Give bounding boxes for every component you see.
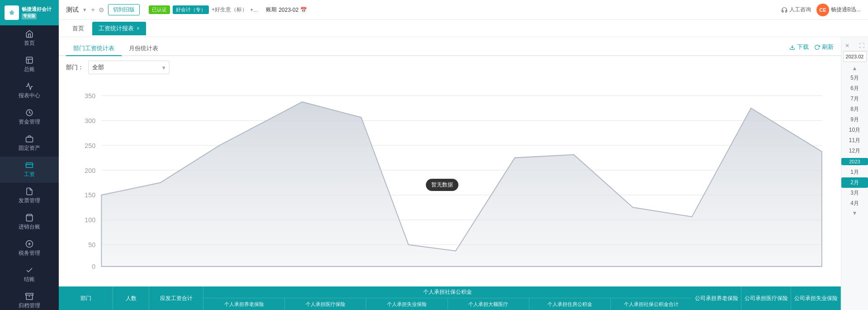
main-area: 测试 ▾ + ⚙ 切到旧版 已认证 好会计（专） +好生意（标） +... 账期… (59, 0, 868, 310)
col-people: 人数 (113, 286, 149, 310)
sidebar-item-ledger[interactable]: 总账 (0, 52, 59, 78)
month-11[interactable]: 11月 (841, 135, 868, 146)
avatar: CE (816, 4, 829, 16)
logo-text: 畅捷通好会计 专业版 (22, 6, 52, 19)
svg-text:200: 200 (85, 167, 95, 174)
svg-text:100: 100 (85, 216, 95, 224)
sub-tab-month[interactable]: 月份统计表 (122, 42, 165, 56)
add-icon[interactable]: + (91, 6, 95, 14)
dropdown-arrow-icon[interactable]: ▾ (83, 6, 86, 13)
sidebar-nav: 首页 总账 报表中心 资金管理 固定资产 工资 发票管理 进销台账 (0, 25, 59, 310)
panel-expand-icon[interactable]: ⛶ (859, 43, 864, 49)
sidebar-item-invoice[interactable]: 发票管理 (0, 183, 59, 209)
toolbar: 部门： 全部 ▾ (59, 56, 841, 79)
col-personal-total: 个人承担社保公积金合计 (611, 298, 692, 310)
month-10[interactable]: 10月 (841, 125, 868, 135)
sidebar-item-tax[interactable]: 税务管理 (0, 235, 59, 262)
col-total-salary: 应发工资合计 (149, 286, 203, 310)
topbar-badges: 已认证 好会计（专） +好生意（标） +... (149, 5, 258, 14)
month-12[interactable]: 12月 (841, 146, 868, 156)
col-personal-major-medical: 个人承担大额医疗 (448, 298, 529, 310)
group-header-personal: 个人承担社保公积金 (203, 286, 692, 298)
home-icon (25, 30, 33, 38)
tab-close-icon[interactable]: × (137, 25, 140, 32)
right-panel-top-controls: ✕ ⛶ (841, 41, 868, 51)
topbar: 测试 ▾ + ⚙ 切到旧版 已认证 好会计（专） +好生意（标） +... 账期… (59, 0, 868, 20)
verified-badge: 已认证 (149, 5, 170, 14)
nav-down-icon[interactable]: ▼ (851, 209, 859, 218)
month-5[interactable]: 5月 (841, 73, 868, 83)
username: 畅捷通B迅... (831, 6, 861, 14)
sub-tab-dept[interactable]: 部门工资统计表 (66, 42, 122, 56)
purchase-icon (25, 214, 33, 222)
col-dept: 部门 (59, 286, 113, 310)
table-header: 部门 人数 应发工资合计 个人承担社保公积金 个人承 (59, 286, 841, 310)
panel-close-icon[interactable]: ✕ (845, 43, 849, 49)
chevron-down-icon: ▾ (162, 64, 165, 71)
assistant-label: 人工咨询 (789, 6, 811, 14)
content-main: 部门工资统计表 月份统计表 下载 刷新 (59, 37, 841, 310)
month-6[interactable]: 6月 (841, 83, 868, 94)
svg-text:250: 250 (85, 142, 95, 149)
col-personal-pension: 个人承担养老保险 (203, 298, 285, 310)
headphone-icon (781, 7, 788, 13)
month-8[interactable]: 8月 (841, 104, 868, 114)
middle-section: 部门工资统计表 月份统计表 下载 刷新 (59, 37, 868, 310)
tab-home[interactable]: 首页 (66, 22, 90, 35)
user-menu[interactable]: CE 畅捷通B迅... (816, 4, 861, 16)
sidebar-item-checkout[interactable]: 结账 (0, 262, 59, 288)
refresh-button[interactable]: 刷新 (814, 43, 834, 51)
refresh-icon (814, 44, 820, 50)
accounting-badge: 好会计（专） (173, 5, 209, 14)
col-personal-housing-fund: 个人承担住房公积金 (529, 298, 611, 310)
svg-rect-5 (26, 163, 33, 168)
sidebar-item-purchase[interactable]: 进销台账 (0, 209, 59, 235)
content-wrapper: 部门工资统计表 月份统计表 下载 刷新 (59, 37, 868, 310)
period-value: 2023-02 (278, 7, 298, 13)
col-company-unemployment: 公司承担失业保险 (791, 286, 841, 310)
tabs-bar: 首页 工资统计报表 × (59, 20, 868, 37)
month-2-active[interactable]: 2月 (841, 177, 868, 188)
svg-rect-0 (26, 57, 33, 63)
logo-icon: 会 (5, 5, 19, 20)
calendar-icon[interactable]: 📅 (300, 7, 307, 13)
month-3[interactable]: 3月 (841, 188, 868, 198)
nav-up-icon[interactable]: ▲ (851, 64, 859, 73)
sidebar-item-archive[interactable]: 归档管理 (0, 288, 59, 310)
tab-salary-report[interactable]: 工资统计报表 × (92, 22, 146, 35)
year-badge: 2023 (841, 158, 868, 165)
sidebar-item-reports[interactable]: 报表中心 (0, 78, 59, 104)
svg-text:50: 50 (88, 241, 95, 248)
topbar-right: 人工咨询 CE 畅捷通B迅... (781, 4, 861, 16)
svg-text:0: 0 (92, 263, 95, 270)
checkout-icon (25, 266, 33, 274)
date-input[interactable] (843, 51, 867, 62)
download-button[interactable]: 下载 (789, 43, 809, 51)
settings-icon[interactable]: ⚙ (99, 6, 104, 14)
sidebar-item-home[interactable]: 首页 (0, 25, 59, 52)
svg-rect-4 (26, 137, 33, 142)
download-icon (789, 44, 795, 50)
switch-version-button[interactable]: 切到旧版 (108, 4, 140, 15)
svg-rect-11 (26, 293, 33, 295)
svg-text:300: 300 (85, 117, 95, 124)
month-9[interactable]: 9月 (841, 114, 868, 125)
month-7[interactable]: 7月 (841, 94, 868, 104)
topbar-actions: + ⚙ 切到旧版 (91, 4, 140, 15)
svg-text:150: 150 (85, 191, 95, 199)
funds-icon (25, 109, 33, 117)
archive-icon (25, 292, 33, 300)
assistant-button[interactable]: 人工咨询 (781, 6, 811, 14)
sub-tabs: 部门工资统计表 月份统计表 下载 刷新 (59, 37, 841, 56)
sidebar-item-funds[interactable]: 资金管理 (0, 104, 59, 130)
col-group-personal: 个人承担社保公积金 个人承担养老保险 个人承担医疗保险 个人承担失业保险 (203, 286, 692, 310)
period-display: 账期 2023-02 📅 (266, 6, 307, 14)
group-subs-personal: 个人承担养老保险 个人承担医疗保险 个人承担失业保险 个人承担大额医疗 (203, 298, 692, 310)
tax-icon (25, 240, 33, 248)
period-label: 账期 (266, 6, 277, 14)
month-4[interactable]: 4月 (841, 198, 868, 209)
month-1[interactable]: 1月 (841, 167, 868, 177)
sidebar-item-salary[interactable]: 工资 (0, 157, 59, 183)
sidebar-item-assets[interactable]: 固定资产 (0, 130, 59, 157)
dept-select[interactable]: 全部 ▾ (88, 61, 170, 74)
